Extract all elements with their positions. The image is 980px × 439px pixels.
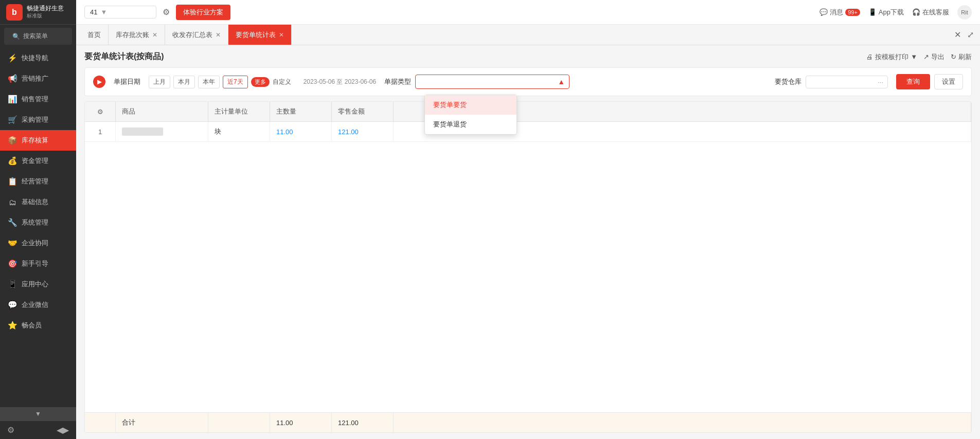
sidebar-collapse-icon[interactable]: ◀▶ [57, 425, 69, 435]
footer-amount: 121.00 [332, 413, 394, 432]
sidebar-item-system[interactable]: 🔧 系统管理 [0, 212, 76, 233]
user-avatar[interactable]: Rit [957, 5, 972, 20]
col-header-settings[interactable]: ⚙ [85, 102, 116, 121]
col-header-quantity: 主数量 [270, 102, 332, 121]
sidebar-bottom: ⚙ ◀▶ [0, 420, 76, 439]
sidebar-logo: b 畅捷通好生意 标准版 [0, 0, 76, 25]
filter-row: ▶ 单据日期 上月 本月 本年 近7天 更多 自定义 2023-05-06 至 … [93, 74, 963, 89]
date-more-badge[interactable]: 更多 [251, 77, 270, 87]
app-download-icon: 📱 [868, 8, 877, 16]
cell-index-1: 1 [85, 122, 116, 141]
date-btn-7days[interactable]: 近7天 [223, 76, 248, 88]
tab-close-order-stats[interactable]: ✕ [279, 31, 284, 39]
footer-empty-1 [85, 413, 116, 432]
type-input[interactable] [420, 78, 558, 86]
message-icon: 💬 [819, 8, 828, 16]
basic-info-icon: 🗂 [7, 197, 17, 207]
purchase-icon: 🛒 [7, 115, 17, 125]
sidebar-item-quick-nav[interactable]: ⚡ 快捷导航 [0, 48, 76, 68]
export-btn[interactable]: ↗ 导出 [923, 52, 945, 62]
app-center-icon: 📱 [7, 279, 17, 289]
trial-button[interactable]: 体验行业方案 [176, 5, 230, 20]
store-selector-arrow-icon: ▼ [100, 8, 107, 16]
sidebar-item-wechat[interactable]: 💬 企业微信 [0, 295, 76, 315]
warehouse-select[interactable]: ··· [806, 76, 888, 88]
table-row: 1 块 11.00 121.00 [85, 122, 971, 142]
date-btn-this-month[interactable]: 本月 [173, 76, 195, 88]
sidebar-item-purchase[interactable]: 🛒 采购管理 [0, 109, 76, 130]
sidebar-item-sales[interactable]: 📊 销售管理 [0, 89, 76, 109]
sidebar-search-btn[interactable]: 🔍 搜索菜单 [4, 28, 72, 45]
tab-batch-account[interactable]: 库存批次账 ✕ [109, 25, 165, 45]
sidebar-item-marketing[interactable]: 📢 营销推广 [0, 68, 76, 89]
date-btn-last-month[interactable]: 上月 [149, 76, 170, 88]
app-logo-icon: b [6, 4, 23, 21]
topbar-settings-icon[interactable]: ⚙ [163, 7, 170, 17]
quick-nav-icon: ⚡ [7, 53, 17, 63]
topbar-left: 41 ▼ ⚙ 体验行业方案 [84, 5, 230, 20]
type-label: 单据类型 [384, 77, 411, 86]
footer-quantity: 11.00 [270, 413, 332, 432]
sidebar-item-finance[interactable]: 💰 资金管理 [0, 151, 76, 171]
sidebar-item-guide[interactable]: 🎯 新手引导 [0, 253, 76, 274]
online-service-btn[interactable]: 🎧 在线客服 [912, 8, 949, 17]
product-placeholder [122, 127, 163, 136]
operation-icon: 📋 [7, 176, 17, 187]
sidebar-item-inventory[interactable]: 📦 库存核算 [0, 130, 76, 151]
tab-close-receive-summary[interactable]: ✕ [216, 31, 221, 39]
system-icon: 🔧 [7, 217, 17, 228]
table-body: 1 块 11.00 121.00 [85, 122, 971, 412]
query-button[interactable]: 查询 [896, 74, 930, 89]
filter-area: ▶ 单据日期 上月 本月 本年 近7天 更多 自定义 2023-05-06 至 … [84, 67, 972, 96]
filter-collapse-btn[interactable]: ▶ [93, 76, 105, 88]
settings-gear-icon[interactable]: ⚙ [7, 425, 14, 435]
print-icon: 🖨 [866, 53, 873, 61]
page-header: 要货单统计表(按商品) 🖨 按模板打印 ▼ ↗ 导出 ↻ 刷新 [84, 51, 972, 62]
tab-receive-summary[interactable]: 收发存汇总表 ✕ [165, 25, 228, 45]
sidebar-item-cooperation[interactable]: 🤝 企业协同 [0, 233, 76, 253]
date-btn-this-year[interactable]: 本年 [198, 76, 220, 88]
tabbar-tabs: 首页 库存批次账 ✕ 收发存汇总表 ✕ 要货单统计表 ✕ [80, 25, 292, 45]
inventory-icon: 📦 [7, 135, 17, 145]
store-selector[interactable]: 41 ▼ [84, 6, 156, 19]
sidebar-item-basic-info[interactable]: 🗂 基础信息 [0, 192, 76, 212]
tab-close-all-btn[interactable]: ✕ [952, 28, 963, 42]
col-header-amount: 零售金额 [332, 102, 394, 121]
tab-close-batch-account[interactable]: ✕ [152, 31, 157, 39]
member-icon: ⭐ [7, 320, 17, 331]
print-btn[interactable]: 🖨 按模板打印 ▼ [866, 52, 917, 62]
refresh-btn[interactable]: ↻ 刷新 [951, 52, 972, 62]
message-btn[interactable]: 💬 消息 99+ [819, 8, 860, 17]
sidebar-item-app-center[interactable]: 📱 应用中心 [0, 274, 76, 295]
tab-home[interactable]: 首页 [80, 25, 109, 45]
app-logo-text: 畅捷通好生意 标准版 [27, 5, 64, 20]
service-icon: 🎧 [912, 8, 920, 16]
chevron-down-icon: ▼ [35, 410, 41, 417]
filter-warehouse: 要货仓库 ··· [775, 76, 888, 88]
settings-button[interactable]: 设置 [934, 74, 963, 89]
cell-quantity-1: 11.00 [270, 122, 332, 141]
cooperation-icon: 🤝 [7, 238, 17, 248]
export-icon: ↗ [923, 53, 929, 61]
refresh-icon: ↻ [951, 53, 956, 61]
type-select-wrapper[interactable]: ▲ [415, 75, 569, 89]
dropdown-item-order-goods[interactable]: 要货单要货 [425, 95, 516, 115]
wechat-icon: 💬 [7, 300, 17, 310]
guide-icon: 🎯 [7, 259, 17, 269]
sidebar-scroll-down[interactable]: ▼ [0, 407, 76, 420]
table-header: ⚙ 商品 主计量单位 主数量 零售金额 [85, 102, 971, 122]
date-custom-btn[interactable]: 自定义 [273, 78, 291, 86]
tab-order-stats[interactable]: 要货单统计表 ✕ [228, 25, 292, 45]
page-actions: 🖨 按模板打印 ▼ ↗ 导出 ↻ 刷新 [866, 52, 972, 62]
type-select-arrow-icon[interactable]: ▲ [558, 78, 565, 86]
footer-label: 合计 [116, 413, 208, 432]
app-download-btn[interactable]: 📱 App下载 [868, 8, 904, 17]
sidebar-item-member[interactable]: ⭐ 畅会员 [0, 315, 76, 336]
col-header-unit: 主计量单位 [208, 102, 270, 121]
table-settings-icon[interactable]: ⚙ [97, 108, 103, 116]
tab-expand-btn[interactable]: ⤢ [965, 28, 976, 42]
date-label: 单据日期 [114, 77, 140, 86]
sidebar-item-operation[interactable]: 📋 经营管理 [0, 171, 76, 192]
filter-buttons: 查询 设置 [896, 74, 963, 89]
dropdown-item-order-return[interactable]: 要货单退货 [425, 115, 516, 134]
